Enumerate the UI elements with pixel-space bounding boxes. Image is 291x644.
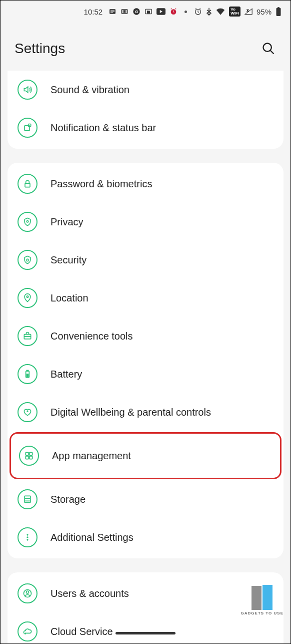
setting-label: Sound & vibration	[50, 84, 130, 96]
battery-percent: 95%	[256, 8, 272, 16]
setting-item-location[interactable]: Location	[8, 279, 284, 317]
setting-item-additional[interactable]: Additional Settings	[8, 518, 284, 556]
setting-label: Password & biometrics	[50, 178, 152, 190]
setting-item-security[interactable]: Security	[8, 241, 284, 279]
apps-icon	[19, 446, 39, 466]
svg-rect-30	[26, 452, 28, 455]
svg-rect-31	[30, 452, 32, 455]
svg-point-2	[123, 11, 124, 11]
svg-point-36	[27, 537, 28, 538]
watermark-logo	[252, 582, 272, 610]
clock-icon	[194, 8, 202, 16]
setting-label: Storage	[50, 494, 86, 505]
setting-label: Convenience tools	[50, 331, 133, 342]
svg-text:G: G	[135, 10, 138, 14]
setting-item-sound[interactable]: Sound & vibration	[8, 71, 284, 109]
more-icon	[18, 527, 38, 547]
keyboard-icon	[120, 8, 128, 16]
security-icon	[18, 250, 38, 270]
m-box-icon: m	[144, 8, 152, 16]
sound-icon	[18, 80, 38, 100]
settings-list: Sound & vibration Notification & status …	[0, 71, 290, 644]
setting-item-app-management[interactable]: App management	[10, 432, 282, 479]
svg-point-37	[27, 539, 28, 541]
svg-rect-23	[26, 259, 28, 261]
svg-point-5	[123, 12, 124, 13]
search-icon	[262, 42, 276, 56]
svg-point-35	[27, 534, 28, 536]
svg-rect-28	[26, 374, 28, 377]
svg-point-4	[126, 11, 126, 11]
svg-rect-32	[26, 456, 28, 459]
setting-item-cloud[interactable]: Cloud Service	[8, 612, 284, 644]
battery-icon	[276, 7, 282, 16]
heart-icon	[18, 402, 38, 422]
setting-item-password[interactable]: Password & biometrics	[8, 165, 284, 203]
setting-label: Notification & status bar	[50, 122, 156, 134]
watermark: GADGETS TO USE	[241, 582, 284, 615]
signal-icon: x	[244, 8, 252, 15]
alarm-icon	[170, 8, 178, 16]
setting-label: Users & accounts	[50, 588, 129, 599]
home-indicator[interactable]	[116, 632, 176, 634]
svg-point-7	[126, 12, 126, 13]
setting-label: Location	[50, 292, 88, 304]
youtube-icon	[156, 8, 166, 15]
setting-item-storage[interactable]: Storage	[8, 480, 284, 518]
setting-item-notification[interactable]: Notification & status bar	[8, 109, 284, 147]
message-icon	[108, 8, 116, 16]
setting-item-wellbeing[interactable]: Digital Wellbeing & parental controls	[8, 393, 284, 431]
setting-item-privacy[interactable]: Privacy	[8, 203, 284, 241]
search-button[interactable]	[260, 41, 276, 57]
svg-text:m: m	[147, 10, 150, 14]
lock-icon	[18, 174, 38, 194]
svg-point-22	[26, 221, 28, 222]
svg-rect-17	[276, 8, 281, 16]
svg-point-39	[26, 591, 29, 593]
status-time: 10:52	[84, 8, 103, 16]
settings-header: Settings	[0, 21, 290, 71]
setting-label: App management	[52, 450, 131, 462]
toolbox-icon	[18, 326, 38, 346]
battery-icon	[18, 364, 38, 384]
settings-group: Sound & vibration Notification & status …	[8, 71, 284, 149]
svg-point-24	[26, 296, 28, 297]
user-icon	[18, 583, 38, 603]
status-bar: 10:52 G m VoWiFi x 95%	[0, 1, 290, 21]
setting-label: Privacy	[50, 216, 84, 228]
svg-rect-27	[26, 371, 28, 372]
setting-label: Additional Settings	[50, 532, 134, 543]
dot-separator	[184, 11, 187, 13]
svg-rect-33	[30, 456, 32, 459]
svg-rect-21	[25, 183, 30, 187]
cloud-icon	[18, 621, 38, 641]
watermark-text: GADGETS TO USE	[241, 611, 284, 615]
setting-label: Battery	[50, 369, 82, 380]
setting-label: Cloud Service	[50, 626, 113, 637]
page-title: Settings	[14, 41, 65, 57]
svg-rect-20	[28, 124, 31, 127]
svg-point-3	[124, 11, 124, 11]
svg-rect-16	[278, 7, 280, 8]
setting-item-convenience[interactable]: Convenience tools	[8, 317, 284, 355]
settings-group: Password & biometrics Privacy Security L…	[8, 163, 284, 558]
setting-label: Digital Wellbeing & parental controls	[50, 407, 211, 418]
svg-point-29	[27, 411, 28, 412]
setting-label: Security	[50, 254, 86, 266]
g-circle-icon: G	[132, 8, 140, 16]
wifi-icon	[216, 8, 225, 15]
svg-point-18	[264, 44, 272, 52]
privacy-icon	[18, 212, 38, 232]
vowifi-icon: VoWiFi	[229, 7, 240, 17]
svg-rect-34	[24, 496, 30, 502]
notification-icon	[18, 118, 38, 138]
svg-point-6	[124, 12, 124, 13]
location-icon	[18, 288, 38, 308]
storage-icon	[18, 489, 38, 509]
setting-item-battery[interactable]: Battery	[8, 355, 284, 393]
bluetooth-icon	[206, 8, 212, 16]
